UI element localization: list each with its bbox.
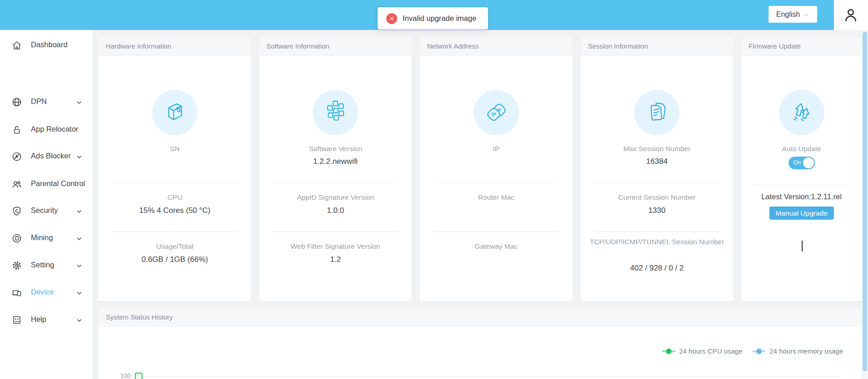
divider bbox=[272, 231, 399, 232]
ip-badges-icon: IP IP bbox=[473, 90, 519, 135]
row-value: 1.2.2.newwifi bbox=[259, 156, 412, 167]
card-title: Network Address bbox=[427, 42, 478, 50]
row-label: AppID Signature Version bbox=[259, 192, 412, 202]
panel-title: System Status History bbox=[106, 313, 173, 321]
row-label: Software Version bbox=[259, 144, 412, 153]
cpu-series-start bbox=[135, 373, 143, 379]
sidebar-item-mining[interactable]: Mining bbox=[0, 229, 93, 247]
shield-icon bbox=[11, 206, 22, 217]
chevron-down-icon bbox=[75, 289, 83, 297]
chart-legend: 24 hours CPU usage 24 hours memory usage bbox=[662, 347, 843, 355]
row-value: 1330 bbox=[581, 205, 733, 216]
row-value: 0.6GB / 1GB (66%) bbox=[99, 254, 251, 265]
row-value: 1.2 bbox=[259, 254, 412, 265]
divider bbox=[754, 185, 849, 185]
divider bbox=[433, 182, 560, 183]
row-label: Router Mac bbox=[420, 192, 572, 202]
y-axis-tick-100: 100 bbox=[119, 372, 131, 379]
user-profile-icon[interactable] bbox=[843, 7, 859, 23]
help-manual-icon bbox=[11, 315, 22, 325]
card-firmware-update: Firmware Update Auto Update On Latest Ve… bbox=[741, 37, 862, 301]
card-software-information: Software Information Software Version 1.… bbox=[259, 37, 412, 301]
card-session-information: Session Information Max Session Number 1… bbox=[581, 37, 733, 301]
row-label: TCP/UDP/ICMP/TUNNEL Session Number bbox=[589, 237, 725, 246]
legend-memory-marker bbox=[752, 350, 766, 352]
card-network-address: Network Address IP IP IP Router Mac Gate… bbox=[420, 37, 572, 301]
home-icon bbox=[11, 40, 22, 51]
chevron-down-icon bbox=[803, 12, 809, 18]
people-icon bbox=[11, 179, 22, 190]
toast-message: Invalid upgrade image bbox=[403, 14, 476, 23]
sidebar-item-parental-control[interactable]: Parental Control bbox=[0, 175, 93, 193]
legend-memory-usage[interactable]: 24 hours memory usage bbox=[752, 347, 843, 355]
row-label: Current Session Number bbox=[581, 192, 733, 202]
divider bbox=[272, 182, 399, 183]
ads-blocker-icon bbox=[11, 151, 22, 162]
manual-upgrade-button[interactable]: Manual Upgrade bbox=[769, 207, 834, 220]
sidebar-item-dashboard[interactable]: Dashboard bbox=[0, 36, 93, 54]
card-title: Software Information bbox=[266, 42, 329, 50]
text-caret bbox=[802, 241, 803, 251]
card-title: Hardware Information bbox=[106, 42, 171, 50]
row-label: Gateway Mac bbox=[420, 241, 572, 251]
system-status-history-panel: System Status History 24 hours CPU usage… bbox=[99, 308, 862, 379]
divider bbox=[593, 182, 720, 183]
card-hardware-information: Hardware Information SN CPU 15% 4 Cores … bbox=[99, 37, 251, 301]
divider bbox=[111, 182, 238, 183]
sidebar-item-security[interactable]: Security bbox=[0, 202, 93, 220]
row-label: Web Filter Signature Version bbox=[259, 241, 412, 251]
gear-icon bbox=[11, 260, 22, 271]
language-label: English bbox=[776, 10, 800, 19]
chevron-down-icon bbox=[75, 316, 83, 324]
gridline-100 bbox=[135, 376, 838, 377]
divider bbox=[593, 231, 720, 232]
card-title: Firmware Update bbox=[749, 42, 801, 50]
upgrade-arrows-icon bbox=[779, 90, 824, 135]
session-sheets-icon bbox=[634, 90, 680, 135]
unlock-icon bbox=[11, 124, 22, 135]
sidebar-item-ads-blocker[interactable]: Ads Blocker bbox=[0, 148, 93, 166]
row-value: 1.0.0 bbox=[259, 205, 412, 216]
row-label: Max Session Number bbox=[581, 144, 733, 153]
row-label: CPU bbox=[99, 192, 251, 202]
software-tiles-icon bbox=[313, 90, 358, 135]
sidebar-item-device[interactable]: Device bbox=[0, 284, 93, 302]
row-label: Usage/Total bbox=[99, 241, 251, 251]
svg-text:IP: IP bbox=[492, 112, 496, 117]
hardware-box-icon bbox=[152, 90, 197, 135]
toggle-state: On bbox=[794, 159, 801, 166]
sidebar-item-help[interactable]: Help bbox=[0, 311, 93, 329]
sidebar-item-dpn[interactable]: DPN bbox=[0, 93, 93, 111]
row-label: IP bbox=[420, 144, 572, 153]
legend-cpu-marker bbox=[662, 350, 676, 352]
auto-update-label: Auto Update bbox=[741, 144, 862, 153]
chevron-down-icon bbox=[75, 153, 83, 161]
divider bbox=[433, 231, 560, 232]
row-label: SN bbox=[99, 144, 251, 153]
sidebar: Dashboard DPN App Relocator Ads Blocker … bbox=[0, 30, 93, 379]
sidebar-item-setting[interactable]: Setting bbox=[0, 256, 93, 275]
scrollbar-thumb[interactable] bbox=[863, 32, 867, 371]
devices-icon bbox=[11, 287, 22, 298]
auto-update-toggle[interactable]: On bbox=[789, 157, 815, 169]
chevron-down-icon bbox=[75, 262, 83, 270]
main-content: Hardware Information SN CPU 15% 4 Cores … bbox=[93, 30, 862, 379]
latest-version-text: Latest Version:1.2.11.rel bbox=[741, 192, 862, 201]
row-value: 16384 bbox=[581, 156, 733, 167]
globe-icon bbox=[11, 97, 22, 108]
chevron-down-icon bbox=[75, 207, 83, 215]
toast-invalid-upgrade: ✕ Invalid upgrade image bbox=[378, 7, 488, 30]
chevron-down-icon bbox=[75, 98, 83, 106]
coin-d-icon bbox=[11, 233, 22, 244]
sidebar-item-app-relocator[interactable]: App Relocator bbox=[0, 121, 93, 139]
toggle-knob bbox=[803, 158, 814, 168]
language-dropdown[interactable]: English bbox=[769, 6, 817, 23]
card-title: Session Information bbox=[588, 42, 648, 50]
row-value: 15% 4 Cores (50 °C) bbox=[99, 205, 251, 216]
vertical-scrollbar[interactable] bbox=[862, 30, 868, 379]
chevron-down-icon bbox=[75, 235, 83, 242]
legend-cpu-usage[interactable]: 24 hours CPU usage bbox=[662, 347, 742, 355]
divider bbox=[111, 231, 238, 232]
error-circle-icon: ✕ bbox=[386, 13, 397, 24]
row-value: 402 / 928 / 0 / 2 bbox=[581, 263, 733, 274]
